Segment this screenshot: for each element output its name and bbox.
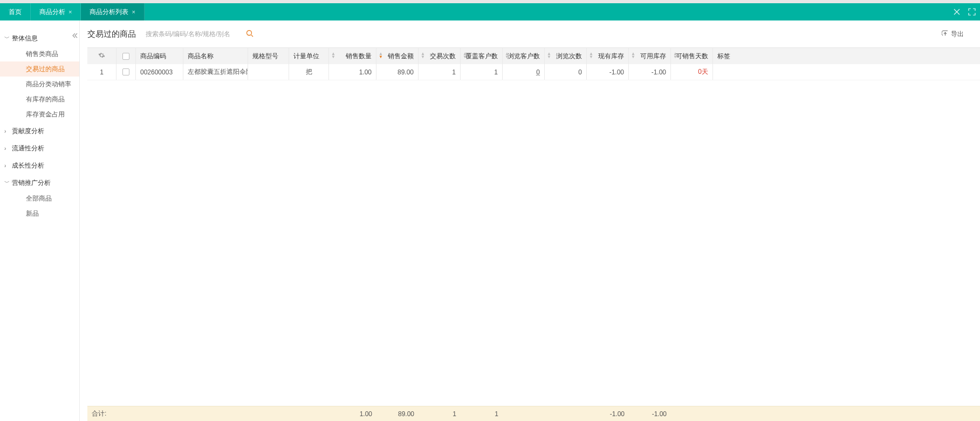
sidebar-group-marketing[interactable]: ﹀ 营销推广分析 [0,175,79,191]
totals-sales-amount: 89.00 [376,406,419,421]
totals-browse-customers [503,406,545,421]
cell-sale-days: 0天 [671,64,713,80]
checkbox-icon [122,53,129,60]
sidebar-item-all-products[interactable]: 全部商品 [0,191,79,206]
table-wrap: 商品编码 商品名称 规格型号 计量单位 ▲▼ 销售数量 ▲▼ 销售金额 ▲▼ 交… [87,47,980,421]
sort-icon: ▲▼ [547,53,551,59]
cell-code: 002600003 [136,64,183,80]
totals-transactions: 1 [419,406,461,421]
cell-transactions: 1 [419,64,461,80]
cell-browse-customers: 0 [503,64,545,80]
totals-sales-qty: 1.00 [329,406,376,421]
column-header-spec[interactable]: 规格型号 [248,48,289,64]
column-header-browse-count[interactable]: ▲▼ 浏览次数 [545,48,587,64]
column-header-browse-customers[interactable]: ▲▼ 浏览客户数 [503,48,545,64]
close-icon[interactable]: × [68,9,72,15]
close-icon[interactable]: × [132,9,135,15]
column-header-unit[interactable]: 计量单位 [289,48,329,64]
totals-sale-days [671,406,713,421]
sort-icon: ▲▼ [463,53,467,59]
cell-unit: 把 [289,64,329,80]
cell-available-stock: -1.00 [629,64,671,80]
sidebar-item-category-turnover[interactable]: 商品分类动销率 [0,77,79,92]
sidebar-group-label: 流通性分析 [12,144,44,153]
sidebar-group-label: 营销推广分析 [12,178,51,188]
cell-name: 左都胶囊五折遮阳伞防晒伞 [183,64,248,80]
tab-label: 首页 [9,8,22,17]
sidebar-item-in-stock-products[interactable]: 有库存的商品 [0,92,79,107]
tab-product-analysis-list[interactable]: 商品分析列表 × [81,3,144,20]
totals-label: 合计: [87,406,116,421]
sort-desc-icon: ▲▼ [379,53,383,59]
sidebar-item-traded-products[interactable]: 交易过的商品 [0,61,79,77]
sort-icon: ▲▼ [631,53,635,59]
sidebar-group-label: 贡献度分析 [12,127,44,136]
column-header-sale-days[interactable]: ▲▼ 可销售天数 [671,48,713,64]
export-icon [942,30,949,38]
cell-sales-qty: 1.00 [329,64,376,80]
column-header-code[interactable]: 商品编码 [136,48,183,64]
chevron-right-icon: › [4,128,6,134]
gear-icon [98,52,105,60]
data-grid: 商品编码 商品名称 规格型号 计量单位 ▲▼ 销售数量 ▲▼ 销售金额 ▲▼ 交… [87,47,980,80]
sort-icon: ▲▼ [673,53,677,59]
column-header-customers[interactable]: ▲▼ 覆盖客户数 [461,48,503,64]
content-header: 交易过的商品 导出 [87,20,980,47]
table-row[interactable]: 1 002600003 左都胶囊五折遮阳伞防晒伞 把 1.00 89.00 1 … [87,64,980,80]
fullscreen-icon[interactable] [967,7,977,17]
totals-row: 合计: 1.00 89.00 1 1 -1.00 -1.00 [87,406,980,421]
sidebar-group-liquidity[interactable]: › 流通性分析 [0,140,79,156]
cell-spec [248,64,289,80]
table-header: 商品编码 商品名称 规格型号 计量单位 ▲▼ 销售数量 ▲▼ 销售金额 ▲▼ 交… [87,48,980,64]
search-icon[interactable] [246,30,253,39]
chevron-down-icon: ﹀ [4,34,10,42]
checkbox-icon [122,68,129,75]
sidebar-group-label: 整体信息 [12,34,38,43]
sort-icon: ▲▼ [505,53,509,59]
page-title: 交易过的商品 [87,29,136,39]
sidebar-group-contribution[interactable]: › 贡献度分析 [0,123,79,139]
column-header-checkbox[interactable] [116,48,136,64]
tab-home[interactable]: 首页 [0,3,31,20]
content-area: 交易过的商品 导出 [80,20,980,421]
sidebar-group-growth[interactable]: › 成长性分析 [0,157,79,174]
sidebar-item-inventory-capital[interactable]: 库存资金占用 [0,107,79,122]
row-index: 1 [87,64,116,80]
column-header-sales-amount[interactable]: ▲▼ 销售金额 [376,48,419,64]
cell-browse-count: 0 [545,64,587,80]
search-wrap [146,30,253,39]
totals-available-stock: -1.00 [629,406,671,421]
totals-customers: 1 [461,406,503,421]
column-header-settings[interactable] [87,48,116,64]
export-button[interactable]: 导出 [942,30,964,39]
search-input[interactable] [146,30,243,38]
sort-icon: ▲▼ [331,53,335,59]
sort-icon: ▲▼ [421,53,425,59]
column-header-available-stock[interactable]: ▲▼ 可用库存 [629,48,671,64]
close-all-tabs-icon[interactable] [952,7,962,17]
sidebar-group-label: 成长性分析 [12,161,44,170]
column-header-name[interactable]: 商品名称 [183,48,248,64]
column-header-transactions[interactable]: ▲▼ 交易次数 [419,48,461,64]
export-label: 导出 [951,30,964,39]
row-checkbox[interactable] [116,64,136,80]
column-header-stock[interactable]: ▲▼ 现有库存 [587,48,629,64]
totals-browse-count [545,406,587,421]
sidebar-item-new-products[interactable]: 新品 [0,206,79,221]
svg-point-0 [247,30,252,35]
tab-bar: 首页 商品分析 × 商品分析列表 × [0,3,980,20]
sidebar-item-sales-products[interactable]: 销售类商品 [0,46,79,61]
sort-icon: ▲▼ [589,53,593,59]
sidebar: ﹀ 整体信息 销售类商品 交易过的商品 商品分类动销率 有库存的商品 库存资金占… [0,20,80,421]
column-header-tag[interactable]: 标签 [713,48,980,64]
tab-label: 商品分析 [39,8,65,17]
tab-product-analysis[interactable]: 商品分析 × [31,3,81,20]
totals-stock: -1.00 [587,406,629,421]
tab-label: 商品分析列表 [90,8,128,17]
sidebar-group-overview[interactable]: ﹀ 整体信息 [0,30,79,46]
column-header-sales-qty[interactable]: ▲▼ 销售数量 [329,48,376,64]
main-layout: ﹀ 整体信息 销售类商品 交易过的商品 商品分类动销率 有库存的商品 库存资金占… [0,20,980,421]
cell-stock: -1.00 [587,64,629,80]
chevron-right-icon: › [4,146,6,151]
cell-customers: 1 [461,64,503,80]
